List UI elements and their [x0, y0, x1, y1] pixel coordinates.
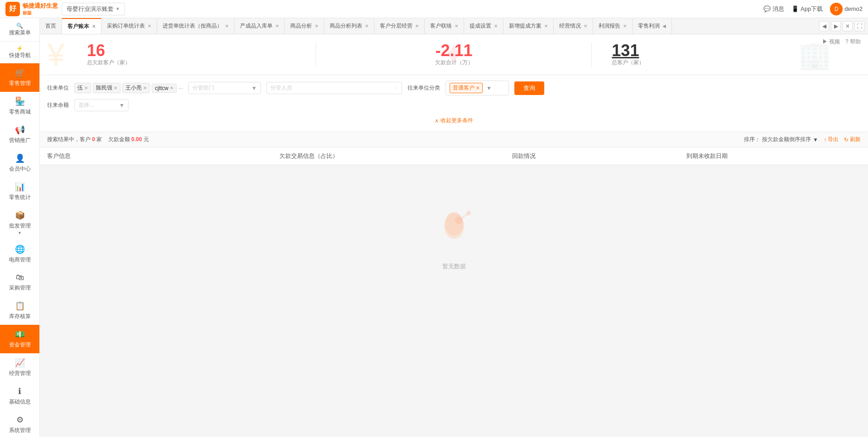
message-btn[interactable]: 💬 消息: [763, 5, 784, 13]
app-download-btn[interactable]: 📱 App下载: [791, 5, 823, 13]
sidebar-item-search[interactable]: 🔍 搜索菜单: [0, 18, 39, 42]
tab-customer-segment[interactable]: 客户分层经营 ✕: [374, 18, 425, 34]
tab-purchase-order-close[interactable]: ✕: [148, 24, 151, 28]
stat-customers-label: 总欠款客户（家）: [87, 59, 305, 66]
sidebar-item-purchase[interactable]: 🛍 采购管理: [0, 268, 39, 296]
export-button[interactable]: ↑ 导出: [824, 136, 839, 143]
tab-push-settings-close[interactable]: ✕: [494, 24, 498, 28]
unit-class-remove[interactable]: ✕: [476, 86, 480, 90]
user-profile-btn[interactable]: D demo2: [830, 3, 863, 15]
th-due-date: 到期未收款日期: [686, 152, 861, 160]
sidebar-inventory-label: 库存核算: [9, 313, 31, 320]
inventory-icon: 📋: [15, 301, 25, 311]
unit-class-arrow-icon: ▼: [486, 85, 492, 91]
unit-class-select[interactable]: 普通客户 ✕ ▼: [446, 81, 509, 95]
tab-accounts-close[interactable]: ✕: [92, 24, 96, 29]
sidebar-retail-mall-label: 零售商城: [9, 108, 31, 116]
tab-purchase-stats-close[interactable]: ✕: [225, 24, 229, 28]
svg-point-5: [447, 233, 461, 237]
tab-home[interactable]: 首页: [40, 18, 62, 34]
purchase-icon: 🛍: [16, 273, 24, 282]
tab-cost-in[interactable]: 产成品入库单 ✕: [235, 18, 285, 34]
sort-label-text: 排序：: [744, 136, 760, 143]
collapse-up-icon: ∧: [435, 118, 439, 124]
sidebar-item-retail-stats[interactable]: 📊 零售统计: [0, 177, 39, 206]
tab-nav-next[interactable]: ▶: [831, 21, 841, 31]
unit-class-selected-tag: 普通客户 ✕: [450, 83, 483, 93]
person-input[interactable]: 分管人员 ···: [266, 82, 402, 94]
tab-purchase-stats[interactable]: 进货单统计表（按商品） ✕: [157, 18, 235, 34]
stat-total-customers: ¥ 16 总欠款客户（家）: [40, 34, 316, 75]
main-layout: 🔍 搜索菜单 ⚡ 快捷导航 🛒 零售管理 🏪 零售商城 📢 营销推广 👤 会员中…: [0, 18, 868, 437]
sidebar-system-label: 系统管理: [9, 427, 31, 434]
tab-retail-profit-label: 零售利润: [638, 22, 660, 30]
tab-operation-status[interactable]: 经营情况 ✕: [554, 18, 593, 34]
sidebar-item-retail-mgmt[interactable]: 🛒 零售管理: [0, 63, 39, 92]
tab-retail-profit[interactable]: 零售利润 ◀: [633, 18, 672, 34]
th-customer-info: 客户信息: [47, 152, 279, 160]
sort-value: 按欠款金额倒序排序: [762, 136, 811, 143]
sort-arrow-icon: ▼: [813, 137, 818, 143]
refresh-label: 刷新: [850, 136, 861, 143]
person-clear-icon: ···: [394, 86, 398, 90]
org-selector[interactable]: 母婴行业演示账套 ▼: [62, 3, 125, 15]
tab-fullscreen[interactable]: ⛶: [854, 21, 864, 31]
sidebar-item-quicknav[interactable]: ⚡ 快捷导航: [0, 42, 39, 63]
sidebar-item-member-center[interactable]: 👤 会员中心: [0, 149, 39, 177]
tab-customer-segment-close[interactable]: ✕: [415, 24, 419, 28]
sidebar-item-basic-info[interactable]: ℹ 基础信息: [0, 382, 39, 410]
tab-customer-contact-close[interactable]: ✕: [455, 24, 458, 28]
tab-goods-analysis-list-close[interactable]: ✕: [365, 24, 369, 28]
sidebar-item-ecommerce[interactable]: 🌐 电商管理: [0, 240, 39, 268]
tab-goods-analysis-list[interactable]: 商品分析列表 ✕: [324, 18, 374, 34]
tab-push-settings[interactable]: 提成设置 ✕: [464, 18, 504, 34]
unit-tag-2-remove[interactable]: ✕: [143, 86, 147, 90]
sidebar-item-batch-mgmt[interactable]: 📦 批发管理 ▼: [0, 206, 39, 240]
message-icon: 💬: [763, 5, 771, 12]
tab-close-all[interactable]: ✕: [843, 21, 853, 31]
tab-goods-analysis[interactable]: 商品分析 ✕: [285, 18, 324, 34]
collapse-button[interactable]: ∧ 收起更多条件: [47, 115, 861, 126]
svg-line-3: [461, 214, 468, 218]
sidebar-item-marketing[interactable]: 📢 营销推广: [0, 120, 39, 149]
sidebar-item-retail-mall[interactable]: 🏪 零售商城: [0, 92, 39, 120]
tab-accounts[interactable]: 客户账本 ✕: [62, 18, 101, 34]
batch-mgmt-icon: 📦: [15, 210, 25, 220]
tab-profit-report-close[interactable]: ✕: [623, 24, 627, 28]
tab-new-push-plan-close[interactable]: ✕: [544, 24, 548, 28]
query-button[interactable]: 查询: [514, 81, 544, 95]
sidebar-item-operations[interactable]: 📈 经营管理: [0, 353, 39, 382]
tab-operation-status-close[interactable]: ✕: [584, 24, 587, 28]
tab-goods-analysis-close[interactable]: ✕: [315, 24, 318, 28]
collapse-label: 收起更多条件: [441, 117, 473, 124]
stats-bar: ▶ 视频 ? 帮助 ¥ 16 总欠款客户（家） ✦ -2.11 欠款合计（万）: [40, 34, 868, 75]
unit-tag-1-remove[interactable]: ✕: [114, 86, 117, 90]
page-content: ▶ 视频 ? 帮助 ¥ 16 总欠款客户（家） ✦ -2.11 欠款合计（万）: [40, 34, 868, 437]
tab-purchase-order-stats[interactable]: 采购订单统计表 ✕: [101, 18, 157, 34]
unit-tags-more[interactable]: ···: [178, 85, 183, 91]
refresh-button[interactable]: ↻ 刷新: [844, 136, 861, 143]
svg-point-4: [466, 211, 471, 215]
balance-label: 往来余额: [47, 101, 69, 109]
customer-unit: 家: [96, 136, 102, 142]
avatar: D: [830, 3, 843, 15]
sort-selector[interactable]: 排序： 按欠款金额倒序排序 ▼: [744, 136, 818, 143]
unit-tag-0-remove[interactable]: ✕: [84, 86, 88, 90]
tab-customer-contact[interactable]: 客户联络 ✕: [425, 18, 464, 34]
marketing-icon: 📢: [15, 125, 25, 135]
search-icon: 🔍: [4, 23, 36, 29]
tab-nav-prev[interactable]: ◀: [819, 21, 829, 31]
tab-new-push-plan[interactable]: 新增提成方案 ✕: [504, 18, 554, 34]
dept-select[interactable]: 分管部门 ▼: [188, 82, 261, 94]
tab-accounts-label: 客户账本: [67, 23, 89, 30]
tab-profit-report[interactable]: 利润报告 ✕: [593, 18, 633, 34]
tab-bar: 首页 客户账本 ✕ 采购订单统计表 ✕ 进货单统计表（按商品） ✕ 产成品入库单…: [40, 18, 868, 34]
export-label: 导出: [828, 136, 839, 143]
balance-select[interactable]: 选择... ▼: [74, 99, 129, 111]
unit-tag-3-remove[interactable]: ✕: [170, 86, 173, 90]
tab-retail-profit-close[interactable]: ◀: [662, 24, 666, 28]
tab-cost-in-close[interactable]: ✕: [275, 24, 279, 28]
sidebar-item-inventory[interactable]: 📋 库存核算: [0, 296, 39, 325]
sidebar-item-finance[interactable]: 💵 资金管理: [0, 325, 39, 353]
sidebar-item-system[interactable]: ⚙ 系统管理: [0, 410, 39, 437]
